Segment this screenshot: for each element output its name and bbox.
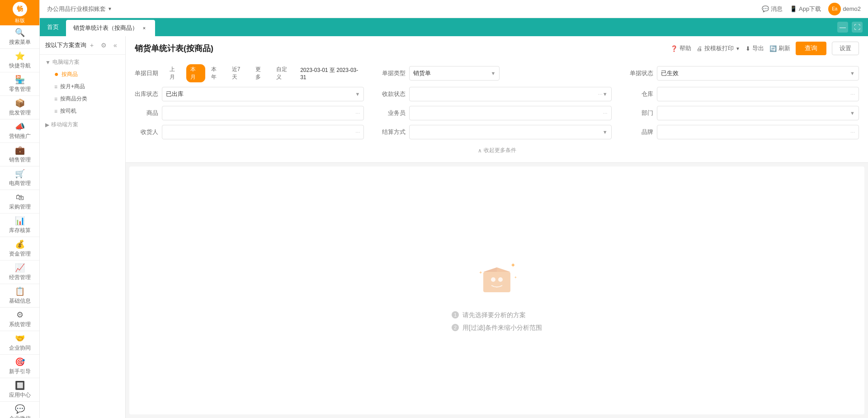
- trend-icon: 📈: [15, 263, 25, 273]
- tree-item-month-goods[interactable]: ≡ 按月+商品: [40, 81, 125, 93]
- collapse-panel-btn[interactable]: «: [111, 41, 120, 50]
- svg-text:✦: ✦: [514, 276, 517, 280]
- filter-goods-item: 商品 ···: [135, 106, 364, 120]
- logo-text: 标版: [15, 17, 25, 24]
- sidebar-item-quicknav[interactable]: ⭐ 快捷导航: [0, 49, 39, 72]
- docstatus-control[interactable]: 已生效 ▼: [657, 66, 859, 81]
- sidebar-item-system[interactable]: ⚙ 系统管理: [0, 308, 39, 331]
- date-more-btn[interactable]: 更多: [251, 64, 270, 82]
- date-last-month-btn[interactable]: 上月: [165, 64, 184, 82]
- sidebar-item-enterprise[interactable]: 🤝 企业协同: [0, 331, 39, 355]
- message-btn[interactable]: 💬 消息: [762, 5, 783, 13]
- cart-icon: 🛒: [15, 169, 25, 179]
- staff-control[interactable]: ···: [409, 106, 611, 120]
- sidebar-item-wechat[interactable]: 💬 企业微信: [0, 402, 39, 418]
- chat-icon: 💬: [15, 404, 25, 414]
- tab-active[interactable]: 销货单统计表（按商品） ×: [66, 20, 155, 36]
- empty-step-1: 请先选择要分析的方案: [452, 309, 542, 321]
- filter-staff-item: 业务员 ···: [382, 106, 611, 120]
- sidebar: 畅 标版 🔍 搜索菜单 ⭐ 快捷导航 🏪 零售管理 📦 批发管理 📣 营销推广 …: [0, 0, 40, 418]
- list-icon-2: ≡: [54, 96, 57, 102]
- star-icon: ⭐: [15, 51, 25, 61]
- goods-more-icon[interactable]: ···: [355, 110, 360, 116]
- svg-point-2: [498, 277, 503, 282]
- warehouse-more-icon[interactable]: ···: [850, 91, 855, 97]
- date-this-month-btn[interactable]: 本月: [186, 64, 205, 82]
- account-dropdown[interactable]: 办公用品行业模拟账套 ▼: [47, 5, 112, 13]
- brand-more-icon[interactable]: ···: [850, 129, 855, 135]
- brand-control[interactable]: ···: [657, 125, 859, 139]
- query-button[interactable]: 查询: [796, 42, 826, 55]
- date-last7-btn[interactable]: 近7天: [228, 64, 250, 82]
- outstatus-control[interactable]: 已出库 ▼: [162, 87, 364, 101]
- user-profile[interactable]: Ea demo2: [828, 3, 861, 15]
- goods-control[interactable]: ···: [162, 106, 364, 120]
- collapse-bar[interactable]: ∧ 收起更多条件: [135, 144, 859, 157]
- sidebar-item-ecommerce[interactable]: 🛒 电商管理: [0, 166, 39, 190]
- date-label: 单据日期: [135, 69, 162, 77]
- sidebar-item-finance[interactable]: 💰 资金管理: [0, 237, 39, 261]
- sidebar-item-guide[interactable]: 🎯 新手引导: [0, 355, 39, 378]
- sidebar-item-marketing[interactable]: 📣 营销推广: [0, 119, 39, 143]
- doctype-arrow-icon: ▼: [491, 71, 495, 76]
- maximize-btn[interactable]: ⛶: [852, 22, 863, 33]
- payment-arrow-icon: ▼: [603, 129, 608, 135]
- filter-row-2: 出库状态 已出库 ▼ 收款状态 ··· ▼: [135, 87, 859, 101]
- payment-control[interactable]: ▼: [409, 125, 611, 139]
- user-name: demo2: [843, 5, 861, 12]
- tab-home[interactable]: 首页: [40, 18, 66, 36]
- svg-text:✦: ✦: [479, 270, 482, 275]
- sidebar-item-basic-info[interactable]: 📋 基础信息: [0, 284, 39, 308]
- department-control[interactable]: ▼: [657, 106, 859, 120]
- tree-item-by-driver[interactable]: ≡ 按司机: [40, 105, 125, 117]
- empty-step-2: 用[过滤]条件来缩小分析范围: [452, 321, 542, 334]
- add-scheme-btn[interactable]: +: [87, 41, 96, 50]
- empty-state: ✦ ✦ ✦ 请先选择要分析的方案 用[过滤]条件来缩小分析范围: [129, 166, 864, 414]
- print-btn[interactable]: 🖨 按模板打印 ▼: [697, 44, 740, 52]
- expand-mobile-icon[interactable]: ▶: [45, 122, 49, 128]
- receivestatus-control[interactable]: ··· ▼: [409, 87, 611, 101]
- docstatus-label: 单据状态: [630, 69, 657, 77]
- export-icon: ⬇: [745, 45, 750, 52]
- close-tab-icon[interactable]: ×: [141, 24, 148, 32]
- docstatus-arrow-icon: ▼: [850, 71, 855, 76]
- date-custom-btn[interactable]: 自定义: [272, 64, 297, 82]
- minimize-btn[interactable]: —: [837, 22, 848, 33]
- tree-item-by-goods[interactable]: ● 按商品: [40, 68, 125, 81]
- sidebar-item-appcenter[interactable]: 🔲 应用中心: [0, 378, 39, 402]
- sidebar-item-wholesale[interactable]: 📦 批发管理: [0, 96, 39, 119]
- settings-scheme-btn[interactable]: ⚙: [99, 41, 108, 50]
- warehouse-control[interactable]: ···: [657, 87, 859, 101]
- date-this-year-btn[interactable]: 本年: [207, 64, 226, 82]
- sidebar-item-retail[interactable]: 🏪 零售管理: [0, 72, 39, 96]
- sidebar-item-inventory[interactable]: 📊 库存核算: [0, 214, 39, 237]
- settings-button[interactable]: 设置: [832, 42, 859, 55]
- receiver-control[interactable]: ···: [162, 125, 364, 139]
- sidebar-item-purchase[interactable]: 🛍 采购管理: [0, 190, 39, 214]
- date-quick-btns: 上月 本月 本年 近7天 更多 自定义: [165, 64, 297, 82]
- filter-outstatus-item: 出库状态 已出库 ▼: [135, 87, 364, 101]
- tree-item-goods-category[interactable]: ≡ 按商品分类: [40, 93, 125, 105]
- app-download-btn[interactable]: 📱 App下载: [790, 5, 821, 13]
- staff-more-icon[interactable]: ···: [603, 110, 608, 116]
- filter-row-3: 商品 ··· 业务员 ···: [135, 106, 859, 120]
- sidebar-item-sales[interactable]: 💼 销售管理: [0, 143, 39, 166]
- sidebar-item-search[interactable]: 🔍 搜索菜单: [0, 25, 39, 49]
- refresh-btn[interactable]: 🔄 刷新: [769, 44, 790, 52]
- filter-doctype-item: 单据类型 销货单 ▼: [382, 66, 611, 81]
- tab-actions: — ⛶: [837, 22, 868, 33]
- receiver-more-icon[interactable]: ···: [355, 129, 360, 135]
- export-btn[interactable]: ⬇ 导出: [745, 44, 764, 52]
- filter-row-4: 收货人 ··· 结算方式 ▼: [135, 125, 859, 139]
- help-btn[interactable]: ❓ 帮助: [670, 44, 691, 52]
- page-title: 销货单统计表(按商品): [135, 43, 213, 54]
- left-panel-title: 按以下方案查询: [45, 41, 86, 49]
- filter-receiver-item: 收货人 ···: [135, 125, 364, 139]
- outstatus-label: 出库状态: [135, 90, 162, 98]
- filter-brand-item: 品牌 ···: [630, 125, 859, 139]
- doctype-control[interactable]: 销货单 ▼: [409, 66, 500, 81]
- message-icon: 💬: [762, 5, 769, 12]
- receivestatus-more-icon[interactable]: ···: [598, 91, 603, 97]
- sidebar-item-operations[interactable]: 📈 经营管理: [0, 261, 39, 284]
- expand-desktop-icon[interactable]: ▼: [45, 59, 51, 66]
